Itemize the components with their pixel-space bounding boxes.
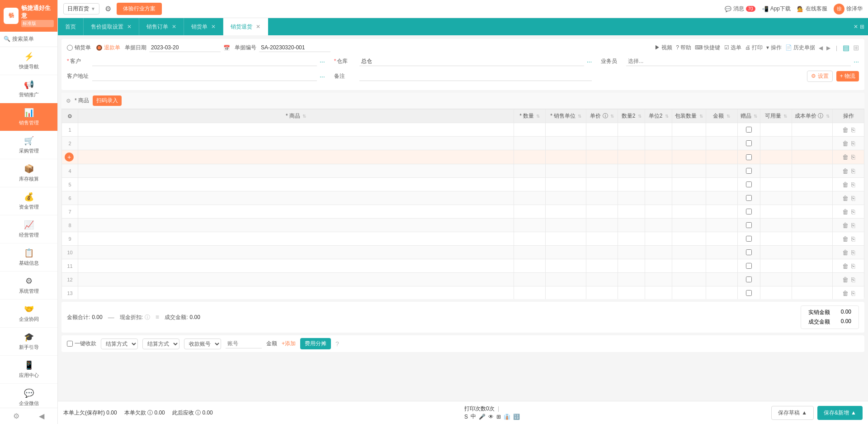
delete-icon[interactable]: 🗑 (842, 290, 849, 297)
gift-checkbox[interactable] (746, 181, 752, 187)
copy-icon[interactable]: ⎘ (851, 208, 855, 215)
sidebar-item-purchase[interactable]: 🛒 采购管理 (0, 131, 57, 159)
sidebar-item-system[interactable]: ⚙ 系统管理 (0, 272, 57, 300)
delete-icon[interactable]: 🗑 (842, 195, 849, 202)
online-service-button[interactable]: 💁 在线客服 (797, 5, 827, 13)
warehouse-picker[interactable]: ··· (587, 58, 592, 65)
sidebar-item-app[interactable]: 📱 应用中心 (0, 356, 57, 384)
copy-icon[interactable]: ⎘ (851, 153, 855, 161)
sidebar-item-finance[interactable]: 💰 资金管理 (0, 187, 57, 215)
save-draft-button[interactable]: 保存草稿 ▲ (771, 406, 814, 420)
grid-icon[interactable]: ⊞ (496, 414, 501, 420)
close-tab-icon[interactable]: ✕ (854, 24, 858, 30)
collapse-icon[interactable]: ◀ (39, 412, 44, 420)
gift-checkbox[interactable] (746, 195, 752, 201)
sort-icon[interactable]: ⇅ (302, 114, 306, 119)
sort-icon[interactable]: ⇅ (578, 114, 581, 119)
gift-checkbox[interactable] (746, 249, 752, 255)
close-icon[interactable]: ✕ (211, 24, 216, 30)
qty-cell[interactable] (514, 150, 546, 164)
pkg-qty-cell[interactable] (672, 123, 706, 137)
sidebar-item-basic[interactable]: 📋 基础信息 (0, 243, 57, 272)
qty2-cell[interactable] (618, 150, 645, 164)
sort-icon[interactable]: ⇅ (826, 114, 830, 119)
sort-icon[interactable]: ⇅ (536, 114, 540, 119)
product-cell[interactable] (78, 137, 514, 150)
delete-icon[interactable]: 🗑 (842, 262, 849, 270)
video-btn[interactable]: ▶ 视频 (655, 44, 672, 52)
settings-bottom-icon[interactable]: ⚙ (13, 412, 19, 420)
gear-icon[interactable]: ⚙ (103, 3, 113, 15)
gift-checkbox[interactable] (746, 263, 752, 269)
table-icon[interactable]: ⊞ (853, 43, 859, 52)
sidebar-item-sales[interactable]: 📊 销售管理 (0, 103, 57, 131)
unit2-cell[interactable] (645, 150, 672, 164)
user-menu[interactable]: 徐 徐泽华 (834, 4, 863, 14)
cost-price-cell[interactable] (792, 150, 833, 164)
delete-icon[interactable]: 🗑 (842, 222, 849, 229)
customer-picker[interactable]: ··· (320, 58, 325, 65)
copy-icon[interactable]: ⎘ (851, 167, 855, 175)
mic-icon[interactable]: 🎤 (479, 414, 486, 420)
close-icon[interactable]: ✕ (256, 24, 260, 30)
delete-icon[interactable]: 🗑 (842, 153, 849, 161)
help-btn[interactable]: ? 帮助 (676, 44, 691, 52)
sidebar-item-guide[interactable]: 🎓 新手引导 (0, 328, 57, 356)
copy-icon[interactable]: ⎘ (851, 249, 855, 256)
sort-icon[interactable]: ⇅ (665, 114, 669, 119)
customer-input[interactable] (92, 57, 317, 66)
price-cell[interactable] (586, 150, 618, 164)
industry-selector[interactable]: 日用百货 ▼ (63, 3, 99, 14)
radio-return[interactable]: 退款单 (96, 44, 120, 52)
copy-icon[interactable]: ⎘ (851, 126, 855, 133)
delete-icon[interactable]: 🗑 (842, 249, 849, 256)
sidebar-item-operation[interactable]: 📈 经营管理 (0, 215, 57, 243)
amount-cell[interactable] (706, 137, 737, 150)
gift-checkbox[interactable] (746, 276, 752, 282)
qty2-cell[interactable] (618, 137, 645, 150)
delete-icon[interactable]: 🗑 (842, 208, 849, 215)
delete-icon[interactable]: 🗑 (842, 235, 849, 243)
sort-icon[interactable]: ⇅ (726, 114, 730, 119)
gift-checkbox[interactable] (746, 154, 752, 160)
qty-cell[interactable] (514, 137, 546, 150)
help-icon[interactable]: ⓘ (145, 314, 150, 321)
available-cell[interactable] (760, 137, 792, 150)
copy-icon[interactable]: ⎘ (851, 262, 855, 270)
one-click-checkbox[interactable] (67, 341, 73, 347)
tab-home[interactable]: 首页 (58, 18, 84, 35)
price-cell[interactable] (586, 137, 618, 150)
one-click-payment[interactable]: 一键收款 (67, 340, 96, 348)
delete-icon[interactable]: 🗑 (842, 140, 849, 147)
save-new-button[interactable]: 保存&新增 ▲ (817, 406, 863, 420)
pkg-qty-cell[interactable] (672, 137, 706, 150)
delete-icon[interactable]: 🗑 (842, 181, 849, 188)
tab-sales-return[interactable]: 销货退货 ✕ (223, 18, 268, 35)
cost-price-cell[interactable] (792, 123, 833, 137)
copy-icon[interactable]: ⎘ (851, 235, 855, 243)
product-cell[interactable] (78, 123, 514, 137)
history-btn[interactable]: 📄 历史单据 (785, 44, 815, 52)
sort-icon[interactable]: ⇅ (754, 114, 757, 119)
delete-icon[interactable]: 🗑 (842, 167, 849, 175)
scan-button[interactable]: 扫码录入 (93, 95, 122, 106)
select-btn[interactable]: ☑ 选单 (724, 44, 741, 52)
address-input[interactable] (92, 71, 317, 81)
add-row-button[interactable]: + (65, 152, 74, 162)
app-download-button[interactable]: 📲 App下载 (762, 5, 791, 13)
address-picker[interactable]: ··· (320, 73, 325, 80)
gift-checkbox[interactable] (746, 209, 752, 214)
copy-icon[interactable]: ⎘ (851, 181, 855, 188)
qty-cell[interactable] (514, 123, 546, 137)
sidebar-item-shortcut[interactable]: ⚡ 快捷导航 (0, 47, 57, 75)
payment-method-select[interactable]: 结算方式 (101, 338, 138, 349)
calc-method-select[interactable]: 结算方式 (142, 338, 179, 349)
shortcut-btn[interactable]: ⌨ 快捷键 (695, 44, 720, 52)
unit-cell[interactable] (546, 123, 586, 137)
logistics-button[interactable]: + 物流 (836, 71, 859, 81)
gift-checkbox[interactable] (746, 168, 752, 174)
nav-left-icon[interactable]: ◀ (819, 45, 823, 51)
staff-picker[interactable]: ··· (854, 58, 859, 65)
amount-cell[interactable] (706, 123, 737, 137)
unit2-cell[interactable] (645, 123, 672, 137)
